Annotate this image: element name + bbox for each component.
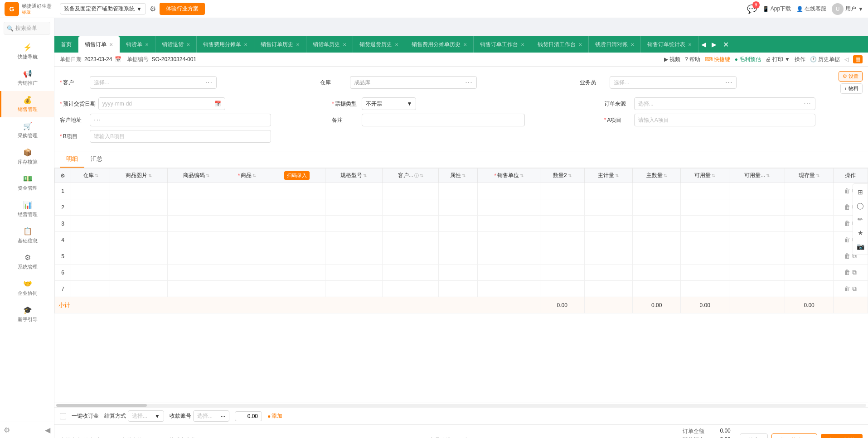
tab-detail[interactable]: 明细 bbox=[60, 151, 84, 168]
close-tab-order-history[interactable]: ✕ bbox=[296, 42, 300, 47]
add-payment-btn[interactable]: ● 添加 bbox=[267, 412, 282, 420]
delete-row-btn[interactable]: 🗑 bbox=[844, 187, 850, 195]
horizontal-scrollbar[interactable] bbox=[54, 403, 868, 407]
float-star-btn[interactable]: ★ bbox=[854, 226, 867, 239]
sidebar-item-purchase[interactable]: 🛒 采购管理 bbox=[0, 117, 54, 144]
system-selector[interactable]: 装备及固定资产辅助管理系统 ▼ bbox=[60, 3, 146, 14]
tab-close-all-btn[interactable]: ✕ bbox=[719, 40, 732, 49]
close-tab-sales-return[interactable]: ✕ bbox=[186, 42, 190, 47]
a-project-input[interactable]: 请输入A项目 bbox=[634, 114, 815, 126]
tab-return-history[interactable]: 销货退货历史 ✕ bbox=[353, 36, 405, 53]
settings-icon[interactable]: ⚙ bbox=[150, 5, 156, 13]
sidebar-item-basic[interactable]: 📋 基础信息 bbox=[0, 222, 54, 249]
tab-order-history[interactable]: 销售订单历史 ✕ bbox=[254, 36, 306, 53]
calendar-icon-delivery[interactable]: 📅 bbox=[214, 101, 221, 107]
close-tab-sales-expense[interactable]: ✕ bbox=[244, 42, 247, 47]
toolbar-layout-list[interactable]: ◁ bbox=[844, 56, 849, 63]
tab-daily-reconcile[interactable]: 钱货日清对账 ✕ bbox=[589, 36, 641, 53]
delete-row-btn[interactable]: 🗑 bbox=[844, 236, 850, 244]
account-select[interactable]: 选择... ··· bbox=[193, 410, 229, 422]
sidebar-item-management[interactable]: 📊 经营管理 bbox=[0, 196, 54, 222]
goods-btn[interactable]: + 物料 bbox=[840, 83, 863, 94]
sidebar-item-finance[interactable]: 💵 资金管理 bbox=[0, 170, 54, 196]
payment-amount-input[interactable] bbox=[235, 411, 262, 421]
help-btn[interactable]: ? 帮助 bbox=[685, 56, 700, 63]
scroll-thumb[interactable] bbox=[56, 404, 147, 407]
close-tab-sales-order[interactable]: ✕ bbox=[109, 42, 113, 47]
copy-row-btn[interactable]: ⧉ bbox=[852, 285, 857, 293]
float-edit-btn[interactable]: ✏ bbox=[854, 213, 867, 226]
tab-order-stats[interactable]: 销售订单统计表 ✕ bbox=[641, 36, 698, 53]
copy-row-btn[interactable]: ⧉ bbox=[852, 269, 857, 276]
tab-sales-invoice[interactable]: 销货单 ✕ bbox=[120, 36, 155, 53]
address-input[interactable]: ··· bbox=[90, 114, 271, 126]
tab-home[interactable]: 首页 bbox=[54, 36, 78, 53]
b-project-input[interactable]: 请输入B项目 bbox=[90, 130, 271, 143]
sidebar-item-cooperation[interactable]: 🤝 企业协同 bbox=[0, 275, 54, 301]
salesperson-input[interactable]: 选择... ··· bbox=[610, 76, 737, 89]
tab-daily-workbench[interactable]: 钱货日清工作台 ✕ bbox=[531, 36, 589, 53]
user-area[interactable]: U 用户 ▼ bbox=[832, 3, 863, 15]
sidebar-item-marketing[interactable]: 📢 营销推广 bbox=[0, 65, 54, 91]
delivery-input[interactable]: yyyy-mm-dd 📅 bbox=[98, 97, 225, 110]
collapse-sidebar-btn[interactable]: ◀ bbox=[45, 426, 50, 434]
app-download-btn[interactable]: 📱 App下载 bbox=[762, 5, 791, 13]
invoice-select[interactable]: 不开票 ▼ bbox=[362, 97, 416, 110]
float-circle-btn[interactable]: ◯ bbox=[854, 199, 867, 212]
tab-sales-expense[interactable]: 销售费用分摊单 ✕ bbox=[197, 36, 254, 53]
sidebar-item-guide[interactable]: 🎓 新手引导 bbox=[0, 301, 54, 327]
close-tab-order-workbench[interactable]: ✕ bbox=[521, 42, 524, 47]
tab-next-btn[interactable]: ▶ bbox=[709, 41, 719, 48]
profit-btn[interactable]: ● 毛利预估 bbox=[735, 56, 761, 63]
tab-sales-return[interactable]: 销货退货 ✕ bbox=[155, 36, 197, 53]
tab-order-workbench[interactable]: 销售订单工作台 ✕ bbox=[474, 36, 531, 53]
close-tab-return-history[interactable]: ✕ bbox=[395, 42, 398, 47]
remark-input[interactable] bbox=[362, 114, 525, 126]
save-draft-btn[interactable]: 保存草稿 ▼ bbox=[771, 433, 817, 438]
print-btn[interactable]: 🖨 打印 ▼ bbox=[766, 56, 790, 63]
close-tab-daily-workbench[interactable]: ✕ bbox=[578, 42, 582, 47]
ops-btn[interactable]: 操作 bbox=[795, 56, 805, 63]
settings-form-btn[interactable]: ⚙ 设置 bbox=[839, 71, 863, 82]
print-chevron[interactable]: ▼ bbox=[785, 56, 790, 63]
scan-btn[interactable]: 扫码录入 bbox=[284, 171, 310, 180]
close-tab-expense-history[interactable]: ✕ bbox=[463, 42, 467, 47]
tab-invoice-history[interactable]: 销货单历史 ✕ bbox=[306, 36, 353, 53]
tab-sales-order[interactable]: 销售订单 ✕ bbox=[78, 36, 120, 53]
tab-expense-history[interactable]: 销售费用分摊单历史 ✕ bbox=[405, 36, 474, 53]
search-menu-btn[interactable]: 🔍 搜索菜单 bbox=[4, 22, 50, 35]
close-tab-daily-reconcile[interactable]: ✕ bbox=[630, 42, 634, 47]
delete-row-btn[interactable]: 🗑 bbox=[844, 269, 850, 276]
sidebar-item-sales[interactable]: 💰 销售管理 bbox=[0, 91, 54, 117]
close-tab-order-stats[interactable]: ✕ bbox=[688, 42, 692, 47]
delete-row-btn[interactable]: 🗑 bbox=[844, 285, 850, 293]
message-btn[interactable]: 💬 9 bbox=[747, 4, 757, 14]
delete-row-btn[interactable]: 🗑 bbox=[844, 220, 850, 227]
settings-bottom-icon[interactable]: ⚙ bbox=[4, 426, 10, 434]
toolbar-layout-grid[interactable]: ▦ bbox=[853, 55, 863, 63]
sidebar-item-quicknav[interactable]: ⚡ 快捷导航 bbox=[0, 39, 54, 65]
warehouse-input[interactable]: 成品库 ··· bbox=[350, 76, 477, 89]
save-new-btn[interactable]: 保存&新增 bbox=[821, 434, 863, 438]
customer-input[interactable]: 选择... ··· bbox=[90, 76, 217, 89]
delete-row-btn[interactable]: 🗑 bbox=[844, 252, 850, 260]
shortcut-btn[interactable]: ⌨ 快捷键 bbox=[705, 56, 730, 63]
settlement-select[interactable]: 选择... ▼ bbox=[128, 410, 164, 422]
close-tab-sales-invoice[interactable]: ✕ bbox=[145, 42, 149, 47]
float-grid-btn[interactable]: ⊞ bbox=[854, 186, 867, 198]
one-click-checkbox[interactable] bbox=[60, 413, 66, 419]
sidebar-item-system[interactable]: ⚙ 系统管理 bbox=[0, 249, 54, 275]
solution-btn[interactable]: 体验行业方案 bbox=[160, 3, 205, 15]
calendar-icon[interactable]: 📅 bbox=[115, 56, 121, 63]
discard-btn[interactable]: 放弃 bbox=[740, 433, 768, 438]
delete-row-btn[interactable]: 🗑 bbox=[844, 203, 850, 211]
close-tab-invoice-history[interactable]: ✕ bbox=[343, 42, 346, 47]
tab-prev-btn[interactable]: ◀ bbox=[698, 41, 709, 48]
view-btn[interactable]: ▶ 视频 bbox=[664, 56, 680, 63]
float-camera-btn[interactable]: 📷 bbox=[854, 240, 867, 253]
online-service-btn[interactable]: 👤 在线客服 bbox=[796, 5, 826, 13]
order-source-input[interactable]: 选择... ··· bbox=[634, 97, 815, 110]
tab-summary[interactable]: 汇总 bbox=[84, 151, 109, 168]
sidebar-item-inventory[interactable]: 📦 库存核算 bbox=[0, 144, 54, 170]
history-btn[interactable]: 🕐 历史单据 bbox=[810, 56, 840, 63]
